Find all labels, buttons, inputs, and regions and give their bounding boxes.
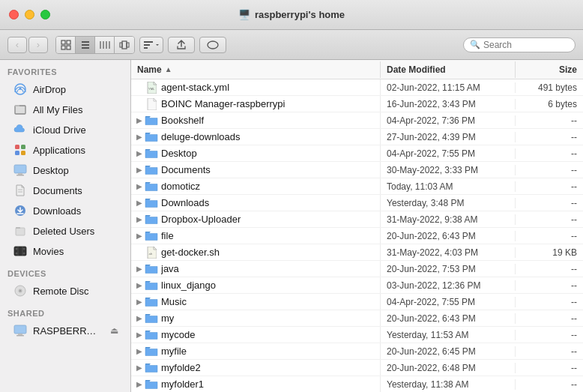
expand-arrow[interactable]: ▶ <box>134 116 145 124</box>
expand-arrow[interactable]: ▶ <box>134 182 145 190</box>
table-row[interactable]: .sh get-docker.sh31-May-2022, 4:03 PM19 … <box>131 244 583 261</box>
back-button[interactable]: ‹ <box>7 37 27 53</box>
share-button[interactable] <box>168 37 195 53</box>
table-row[interactable]: ▶ Bookshelf04-Apr-2022, 7:36 PM-- <box>131 112 583 129</box>
table-row[interactable]: ▶ Music04-Apr-2022, 7:55 PM-- <box>131 294 583 310</box>
expand-arrow[interactable]: ▶ <box>134 265 145 273</box>
minimize-button[interactable] <box>25 10 34 19</box>
file-name: get-docker.sh <box>161 247 380 258</box>
table-row[interactable]: ▶ file20-Jun-2022, 6:43 PM-- <box>131 228 583 244</box>
file-size: -- <box>516 181 583 192</box>
eject-button[interactable]: ⏏ <box>107 325 121 336</box>
expand-arrow[interactable]: ▶ <box>134 149 145 157</box>
sidebar-item-documents-label: Documents <box>33 185 82 196</box>
sidebar-item-movies[interactable]: Movies <box>3 241 127 261</box>
svg-rect-14 <box>144 41 153 43</box>
svg-point-19 <box>19 88 22 90</box>
file-date: 02-Jun-2022, 11:15 AM <box>381 82 516 93</box>
sidebar-item-desktop[interactable]: Desktop <box>3 160 127 180</box>
table-row[interactable]: ▶ Dropbox-Uploader31-May-2022, 9:38 AM-- <box>131 211 583 228</box>
view-icon-button[interactable] <box>56 37 76 53</box>
title-icon: 🖥️ <box>238 9 250 20</box>
table-row[interactable]: YML agent-stack.yml02-Jun-2022, 11:15 AM… <box>131 79 583 96</box>
svg-rect-13 <box>127 43 129 47</box>
file-list-header: Name ▲ Date Modified Size <box>131 60 583 79</box>
table-row[interactable]: ▶ myfolder1Yesterday, 11:38 AM-- <box>131 376 583 392</box>
sidebar-item-all-my-files[interactable]: All My Files <box>3 100 127 119</box>
file-name: Downloads <box>161 197 380 208</box>
file-size: -- <box>516 280 583 291</box>
close-button[interactable] <box>9 10 19 19</box>
expand-arrow[interactable]: ▶ <box>134 199 145 207</box>
table-row[interactable]: ▶ myfile20-Jun-2022, 6:45 PM-- <box>131 343 583 360</box>
table-row[interactable]: ▶ mycodeYesterday, 11:53 AM-- <box>131 327 583 343</box>
table-row[interactable]: ▶ linux_django03-Jun-2022, 12:36 PM-- <box>131 277 583 294</box>
svg-text:.sh: .sh <box>148 252 152 256</box>
view-list-button[interactable] <box>76 37 95 53</box>
table-row[interactable]: ▶ myfolde220-Jun-2022, 6:48 PM-- <box>131 360 583 376</box>
table-row[interactable]: ▶ my20-Jun-2022, 6:43 PM-- <box>131 310 583 327</box>
expand-arrow[interactable]: ▶ <box>134 298 145 306</box>
file-cell-name: ▶ myfile <box>131 343 381 359</box>
file-date: Yesterday, 11:53 AM <box>381 330 516 340</box>
expand-arrow[interactable]: ▶ <box>134 215 145 223</box>
table-row[interactable]: ▶ Desktop04-Apr-2022, 7:55 PM-- <box>131 145 583 162</box>
maximize-button[interactable] <box>40 10 50 19</box>
tags-button[interactable] <box>199 37 226 53</box>
column-size-header[interactable]: Size <box>516 61 583 78</box>
downloads-icon <box>13 204 27 217</box>
file-cell-name: ▶ mycode <box>131 327 381 343</box>
search-box[interactable]: 🔍 <box>463 37 576 52</box>
table-row[interactable]: BOINC Manager-raspberrypi16-Jun-2022, 3:… <box>131 96 583 112</box>
expand-arrow[interactable]: ▶ <box>134 133 145 141</box>
table-row[interactable]: ▶ DownloadsYesterday, 3:48 PM-- <box>131 195 583 211</box>
expand-arrow[interactable]: ▶ <box>134 331 145 339</box>
file-cell-name: .sh get-docker.sh <box>131 244 381 260</box>
sidebar-item-remote-disc[interactable]: Remote Disc <box>3 281 127 301</box>
search-input[interactable] <box>483 40 569 50</box>
svg-rect-16 <box>144 47 148 49</box>
file-name: Desktop <box>161 148 380 159</box>
sidebar-item-downloads[interactable]: Downloads <box>3 201 127 220</box>
arrange-button[interactable] <box>139 37 163 53</box>
sidebar-item-raspberrypi[interactable]: RASPBERRYPI ⏏ <box>3 321 127 340</box>
column-name-header[interactable]: Name ▲ <box>131 61 381 78</box>
table-row[interactable]: ▶ java20-Jun-2022, 7:53 PM-- <box>131 261 583 277</box>
file-size: -- <box>516 214 583 225</box>
expand-arrow[interactable]: ▶ <box>134 380 145 388</box>
file-size: -- <box>516 330 583 340</box>
forward-button[interactable]: › <box>28 37 48 53</box>
file-cell-name: ▶ file <box>131 228 381 244</box>
file-name: myfolder1 <box>161 379 380 390</box>
file-cell-name: ▶ Downloads <box>131 195 381 211</box>
expand-arrow[interactable]: ▶ <box>134 166 145 174</box>
svg-rect-1 <box>67 40 70 44</box>
expand-arrow[interactable]: ▶ <box>134 232 145 240</box>
file-date: 04-Apr-2022, 7:55 PM <box>381 297 516 307</box>
folder-icon <box>145 295 158 309</box>
sidebar-item-documents[interactable]: Documents <box>3 181 127 200</box>
file-name: Music <box>161 296 380 307</box>
file-date: Today, 11:03 AM <box>381 181 516 192</box>
expand-arrow[interactable]: ▶ <box>134 281 145 289</box>
expand-arrow[interactable]: ▶ <box>134 364 145 372</box>
desktop-icon <box>13 163 27 177</box>
sidebar-item-deleted-users[interactable]: Deleted Users <box>3 221 127 241</box>
file-cell-name: ▶ myfolder1 <box>131 376 381 392</box>
sidebar-item-airdrop[interactable]: AirDrop <box>3 79 127 99</box>
expand-arrow[interactable]: ▶ <box>134 347 145 355</box>
file-cell-name: YML agent-stack.yml <box>131 79 381 95</box>
expand-arrow[interactable]: ▶ <box>134 314 145 322</box>
sidebar-item-icloud-drive[interactable]: iCloud Drive <box>3 120 127 139</box>
svg-rect-34 <box>16 227 20 229</box>
view-coverflow-button[interactable] <box>115 37 134 53</box>
view-column-button[interactable] <box>95 37 115 53</box>
sidebar-item-applications[interactable]: Applications <box>3 140 127 160</box>
shared-header: Shared <box>0 301 130 320</box>
table-row[interactable]: ▶ domoticzToday, 11:03 AM-- <box>131 178 583 195</box>
table-row[interactable]: ▶ Documents30-May-2022, 3:33 PM-- <box>131 162 583 178</box>
column-date-header[interactable]: Date Modified <box>381 61 516 78</box>
table-row[interactable]: ▶ deluge-downloads27-Jun-2022, 4:39 PM-- <box>131 129 583 145</box>
folder-icon <box>145 345 158 358</box>
file-cell-name: ▶ domoticz <box>131 178 381 194</box>
